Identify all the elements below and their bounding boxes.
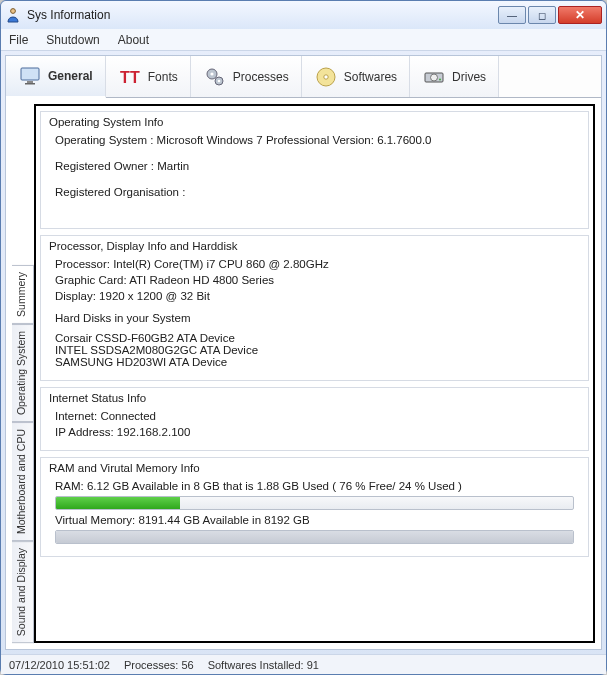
monitor-icon [18,64,42,88]
close-button[interactable]: ✕ [558,6,602,24]
group-title: Operating System Info [49,116,580,128]
svg-rect-3 [25,83,35,85]
os-line: Operating System : Microsoft Windows 7 P… [55,134,580,146]
ip-line: IP Address: 192.168.2.100 [55,426,580,438]
owner-line: Registered Owner : Martin [55,160,580,172]
content-area: General TT Fonts Processes Softwares Dri… [5,55,602,650]
drive-icon [422,65,446,89]
menu-shutdown[interactable]: Shutdown [46,33,99,47]
vm-progress [55,530,574,544]
tab-softwares[interactable]: Softwares [302,56,410,97]
window-controls: — ◻ ✕ [498,6,602,24]
vtab-sound-display[interactable]: Sound and Display [12,541,34,643]
ram-progress-bar [56,497,180,509]
gpu-line: Graphic Card: ATI Radeon HD 4800 Series [55,274,580,286]
ram-progress [55,496,574,510]
hdd-header: Hard Disks in your System [55,312,580,324]
group-title: Internet Status Info [49,392,580,404]
tab-general[interactable]: General [6,56,106,98]
vtab-motherboard-cpu[interactable]: Motherboard and CPU [12,422,34,541]
svg-point-9 [217,79,220,82]
svg-rect-1 [21,68,39,80]
body-area: Sound and Display Motherboard and CPU Op… [6,98,601,649]
tab-drives[interactable]: Drives [410,56,499,97]
vtab-operating-system[interactable]: Operating System [12,324,34,422]
org-line: Registered Organisation : [55,186,580,198]
tab-label: Fonts [148,70,178,84]
tab-label: Processes [233,70,289,84]
app-icon [5,7,21,23]
status-bar: 07/12/2010 15:51:02 Processes: 56 Softwa… [1,654,606,674]
group-internet-info: Internet Status Info Internet: Connected… [40,387,589,451]
minimize-button[interactable]: — [498,6,526,24]
status-datetime: 07/12/2010 15:51:02 [9,659,110,671]
vm-line: Virtual Memory: 8191.44 GB Available in … [55,514,580,526]
titlebar[interactable]: Sys Information — ◻ ✕ [1,1,606,29]
status-processes: Processes: 56 [124,659,194,671]
maximize-button[interactable]: ◻ [528,6,556,24]
svg-point-14 [439,78,441,80]
svg-rect-2 [27,81,33,83]
fonts-icon: TT [118,65,142,89]
group-title: Processor, Display Info and Harddisk [49,240,580,252]
svg-point-11 [324,74,328,78]
vtab-summery[interactable]: Summery [12,265,34,324]
tab-processes[interactable]: Processes [191,56,302,97]
ram-line: RAM: 6.12 GB Available in 8 GB that is 1… [55,480,580,492]
svg-text:T: T [130,69,140,86]
vertical-tabs: Sound and Display Motherboard and CPU Op… [12,104,34,643]
internet-status-line: Internet: Connected [55,410,580,422]
disc-icon [314,65,338,89]
svg-point-0 [11,9,16,14]
hdd-list: Corsair CSSD-F60GB2 ATA Device INTEL SSD… [55,332,580,368]
menubar: File Shutdown About [1,29,606,51]
svg-text:T: T [120,69,130,86]
display-line: Display: 1920 x 1200 @ 32 Bit [55,290,580,302]
window-title: Sys Information [27,8,498,22]
tab-label: Drives [452,70,486,84]
svg-point-7 [210,72,213,75]
tab-label: General [48,69,93,83]
status-softwares: Softwares Installed: 91 [208,659,319,671]
vm-progress-bar [56,531,573,543]
tab-strip: General TT Fonts Processes Softwares Dri… [6,56,601,98]
svg-point-13 [431,74,438,81]
group-hardware-info: Processor, Display Info and Harddisk Pro… [40,235,589,381]
group-ram-info: RAM and Virutal Memory Info RAM: 6.12 GB… [40,457,589,557]
tab-label: Softwares [344,70,397,84]
gears-icon [203,65,227,89]
info-panel: Operating System Info Operating System :… [34,104,595,643]
tab-fonts[interactable]: TT Fonts [106,56,191,97]
cpu-line: Processor: Intel(R) Core(TM) i7 CPU 860 … [55,258,580,270]
group-title: RAM and Virutal Memory Info [49,462,580,474]
app-window: Sys Information — ◻ ✕ File Shutdown Abou… [0,0,607,675]
menu-about[interactable]: About [118,33,149,47]
menu-file[interactable]: File [9,33,28,47]
group-os-info: Operating System Info Operating System :… [40,111,589,229]
